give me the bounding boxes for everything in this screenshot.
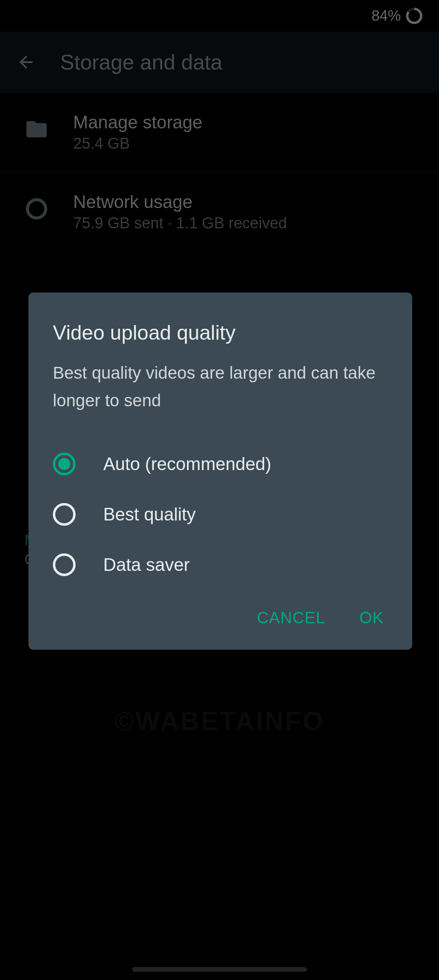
- radio-label: Auto (recommended): [103, 454, 271, 474]
- radio-option-datasaver[interactable]: Data saver: [28, 540, 412, 590]
- cancel-button[interactable]: CANCEL: [257, 609, 325, 627]
- radio-icon: [53, 453, 76, 475]
- dialog-description: Best quality videos are larger and can t…: [28, 359, 412, 439]
- radio-label: Data saver: [103, 555, 190, 575]
- video-quality-dialog: Video upload quality Best quality videos…: [28, 293, 412, 650]
- radio-icon: [53, 503, 76, 526]
- radio-option-auto[interactable]: Auto (recommended): [28, 439, 412, 489]
- dialog-actions: CANCEL OK: [28, 590, 412, 635]
- radio-option-best[interactable]: Best quality: [28, 489, 412, 540]
- ok-button[interactable]: OK: [359, 609, 384, 627]
- radio-icon: [53, 553, 76, 576]
- dialog-title: Video upload quality: [28, 321, 412, 359]
- radio-label: Best quality: [103, 504, 196, 525]
